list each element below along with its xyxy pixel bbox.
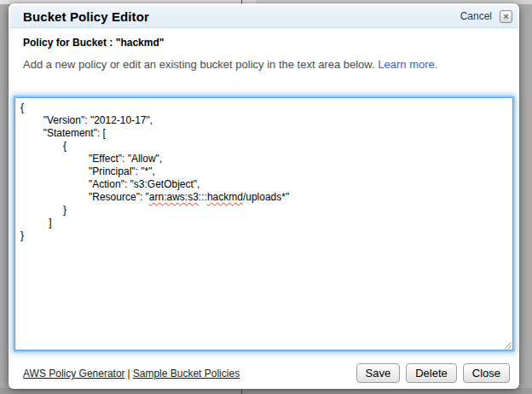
policy-line: "Statement": [ xyxy=(20,127,507,140)
background-divider-bottom xyxy=(241,388,242,394)
policy-line: { xyxy=(20,101,507,114)
x-icon: × xyxy=(503,12,508,21)
footer-links: AWS Policy Generator|Sample Bucket Polic… xyxy=(23,368,240,380)
save-button[interactable]: Save xyxy=(356,363,401,383)
learn-more-link[interactable]: Learn more. xyxy=(378,58,437,71)
policy-text-segment: ] xyxy=(20,217,52,229)
policy-line: } xyxy=(20,204,507,217)
policy-text-misspelled: arn:aws:s3 xyxy=(149,191,199,203)
close-dialog-button[interactable]: Close xyxy=(463,363,510,383)
policy-text-segment: /uploads*" xyxy=(243,191,289,203)
page-background: { "dialog": { "title": "Bucket Policy Ed… xyxy=(0,0,532,394)
dialog-title: Bucket Policy Editor xyxy=(23,9,460,24)
bucket-label: Policy for Bucket : "hackmd" xyxy=(23,37,519,49)
close-button[interactable]: × xyxy=(500,10,512,23)
background-bottom-strip xyxy=(0,388,532,394)
policy-text-segment: "Version": "2012-10-17", xyxy=(20,114,153,126)
policy-text-segment: "Resource": " xyxy=(20,191,149,203)
policy-text-segment: "Action": "s3:GetObject", xyxy=(20,178,200,190)
description-text: Add a new policy or edit an existing buc… xyxy=(23,58,519,71)
footer-buttons: Save Delete Close xyxy=(356,363,510,383)
policy-line: "Resource": "arn:aws:s3:::hackmd/uploads… xyxy=(20,191,507,204)
policy-line: ] xyxy=(20,217,507,229)
link-separator: | xyxy=(125,368,133,380)
policy-line: "Version": "2012-10-17", xyxy=(20,114,507,127)
policy-text-segment: "Effect": "Allow", xyxy=(20,153,162,165)
sample-bucket-policies-link[interactable]: Sample Bucket Policies xyxy=(133,368,240,380)
policy-text-misspelled: hackmd xyxy=(207,191,243,203)
policy-line: "Principal": "*", xyxy=(20,165,507,178)
policy-line: } xyxy=(20,229,507,242)
cancel-link[interactable]: Cancel xyxy=(460,10,492,22)
dialog-header: Bucket Policy Editor Cancel × xyxy=(10,5,518,28)
description-body: Add a new policy or edit an existing buc… xyxy=(23,58,375,71)
policy-line: "Effect": "Allow", xyxy=(20,153,507,165)
policy-text-segment: ::: xyxy=(199,191,207,203)
policy-textarea[interactable]: { "Version": "2012-10-17", "Statement": … xyxy=(14,97,513,351)
policy-text-segment: { xyxy=(20,140,66,152)
policy-text-segment: { xyxy=(20,101,24,113)
policy-text-segment: "Principal": "*", xyxy=(20,165,155,177)
aws-policy-generator-link[interactable]: AWS Policy Generator xyxy=(23,368,125,380)
policy-text-segment: "Statement": [ xyxy=(20,127,106,139)
policy-text-segment: } xyxy=(20,229,24,241)
bucket-policy-editor-dialog: Bucket Policy Editor Cancel × Policy for… xyxy=(9,3,519,389)
delete-button[interactable]: Delete xyxy=(406,363,457,383)
policy-line: "Action": "s3:GetObject", xyxy=(20,178,507,191)
policy-line: { xyxy=(20,140,507,153)
policy-text-segment: } xyxy=(20,204,66,216)
resize-handle-icon[interactable] xyxy=(503,340,512,349)
